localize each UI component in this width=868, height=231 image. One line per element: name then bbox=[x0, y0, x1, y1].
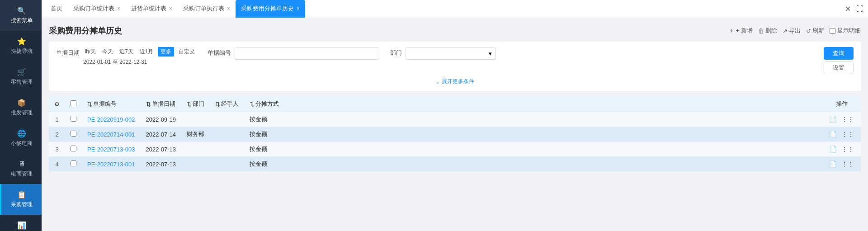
tab-home[interactable]: 首页 bbox=[45, 0, 68, 18]
doc-no-link[interactable]: PE-20220713-001 bbox=[87, 161, 135, 168]
th-alloc-method: ⇅ 分摊方式 bbox=[244, 96, 284, 112]
tab-alloc-history[interactable]: 采购费用分摊单历史 × bbox=[236, 0, 305, 18]
tab-order-exec[interactable]: 采购订单执行表 × bbox=[178, 0, 236, 18]
row-spacer bbox=[284, 142, 822, 157]
refresh-label: 刷新 bbox=[812, 27, 824, 35]
export-label: 导出 bbox=[789, 27, 801, 35]
add-button[interactable]: ＋ + 新增 bbox=[729, 27, 753, 35]
tab-stock-stats-close[interactable]: × bbox=[169, 5, 172, 12]
sidebar-item-inventory[interactable]: 📊 库存核算 bbox=[0, 215, 42, 231]
row-operations: 📄 ⋮⋮ bbox=[822, 157, 861, 172]
refresh-button[interactable]: ↺ 刷新 bbox=[806, 27, 824, 35]
tab-alloc-history-close[interactable]: × bbox=[297, 5, 300, 12]
filter-right-actions: 查询 设置 bbox=[824, 47, 854, 74]
date-btn-yesterday[interactable]: 昨天 bbox=[83, 47, 98, 57]
select-all-checkbox[interactable] bbox=[71, 100, 76, 106]
sidebar-item-ecom[interactable]: 🖥 电商管理 bbox=[0, 154, 42, 184]
row-checkbox-cell bbox=[65, 142, 82, 157]
sidebar: 🔍 搜索菜单 ⭐ 快捷导航 🛒 零售管理 📦 批发管理 🌐 小畅电商 🖥 电商管… bbox=[0, 0, 42, 231]
delete-icon: 🗑 bbox=[758, 28, 764, 34]
delete-button[interactable]: 🗑 删除 bbox=[758, 27, 777, 35]
row-doc-no: PE-20220714-001 bbox=[82, 127, 141, 142]
date-btn-today[interactable]: 今天 bbox=[100, 47, 115, 57]
th-handler-sort-icon: ⇅ bbox=[215, 101, 220, 108]
query-button[interactable]: 查询 bbox=[824, 47, 854, 60]
sidebar-item-retail[interactable]: 🛒 零售管理 bbox=[0, 61, 42, 92]
th-doc-no-label: 单据编号 bbox=[93, 100, 117, 108]
th-date-sort-icon: ⇅ bbox=[146, 101, 151, 108]
date-btn-more[interactable]: 更多 bbox=[158, 47, 174, 57]
row-checkbox-cell bbox=[65, 127, 82, 142]
table-header: ⚙ ⇅ 单据编号 ⇅ bbox=[49, 96, 861, 112]
settings-button[interactable]: 设置 bbox=[824, 61, 854, 74]
close-window-button[interactable]: ✕ bbox=[844, 4, 852, 14]
view-icon[interactable]: 📄 bbox=[829, 146, 837, 153]
row-checkbox-cell bbox=[65, 112, 82, 127]
sidebar-item-label: 采购管理 bbox=[5, 201, 38, 208]
show-detail-checkbox[interactable] bbox=[830, 28, 835, 34]
sidebar-item-nav[interactable]: ⭐ 快捷导航 bbox=[0, 31, 42, 61]
date-filter-label: 单据日期 bbox=[56, 47, 80, 57]
maximize-window-button[interactable]: ⛶ bbox=[855, 4, 864, 14]
th-handler: ⇅ 经手人 bbox=[210, 96, 244, 112]
date-btn-7days[interactable]: 近7天 bbox=[118, 47, 135, 57]
retail-icon: 🛒 bbox=[5, 68, 38, 76]
export-button[interactable]: ↗ 导出 bbox=[783, 27, 801, 35]
tab-purchase-stats[interactable]: 采购订单统计表 × bbox=[68, 0, 126, 18]
row-checkbox[interactable] bbox=[71, 116, 76, 122]
row-handler bbox=[210, 157, 244, 172]
dept-select[interactable]: ▾ bbox=[406, 47, 496, 60]
row-dept: 财务部 bbox=[181, 127, 210, 142]
th-checkbox bbox=[65, 96, 82, 112]
row-checkbox[interactable] bbox=[71, 131, 76, 137]
row-alloc-method: 按金额 bbox=[244, 142, 284, 157]
sidebar-item-label: 电商管理 bbox=[5, 170, 38, 178]
doc-no-link[interactable]: PE-20220919-002 bbox=[87, 116, 135, 123]
doc-no-input[interactable] bbox=[235, 47, 379, 60]
sidebar-item-purchase[interactable]: 📋 采购管理 bbox=[0, 184, 42, 215]
tab-order-exec-close[interactable]: × bbox=[227, 5, 230, 12]
view-icon[interactable]: 📄 bbox=[829, 131, 837, 138]
date-btn-custom[interactable]: 自定义 bbox=[177, 47, 197, 57]
th-operation: 操作 bbox=[822, 96, 861, 112]
sidebar-item-search[interactable]: 🔍 搜索菜单 bbox=[0, 0, 42, 31]
sidebar-item-ecom-small[interactable]: 🌐 小畅电商 bbox=[0, 123, 42, 154]
row-checkbox[interactable] bbox=[71, 160, 76, 166]
th-settings[interactable]: ⚙ bbox=[49, 96, 65, 112]
doc-no-link[interactable]: PE-20220713-003 bbox=[87, 146, 135, 153]
doc-no-link[interactable]: PE-20220714-001 bbox=[87, 131, 135, 138]
table-row: 3 PE-20220713-003 2022-07-13 按金额 bbox=[49, 142, 861, 157]
view-icon[interactable]: 📄 bbox=[829, 116, 837, 123]
row-num: 3 bbox=[49, 142, 65, 157]
row-date: 2022-07-13 bbox=[141, 157, 182, 172]
show-detail-label: 显示明细 bbox=[837, 27, 861, 35]
row-doc-no: PE-20220919-002 bbox=[82, 112, 141, 127]
show-detail-checkbox-label[interactable]: 显示明细 bbox=[830, 27, 861, 35]
view-icon[interactable]: 📄 bbox=[829, 160, 837, 168]
more-ops-icon[interactable]: ⋮⋮ bbox=[841, 146, 854, 153]
row-num: 1 bbox=[49, 112, 65, 127]
row-date: 2022-07-14 bbox=[141, 127, 182, 142]
header-actions: ＋ + 新增 🗑 删除 ↗ 导出 ↺ 刷新 显示明细 bbox=[729, 27, 861, 35]
date-btn-1month[interactable]: 近1月 bbox=[138, 47, 156, 57]
filter-area: 单据日期 昨天 今天 近7天 近1月 更多 自定义 2022-01-01 至 2… bbox=[49, 42, 861, 91]
th-alloc-sort-icon: ⇅ bbox=[250, 101, 255, 108]
row-num: 4 bbox=[49, 157, 65, 172]
row-spacer bbox=[284, 157, 822, 172]
purchase-icon: 📋 bbox=[5, 190, 38, 199]
expand-more-btn[interactable]: ⌄ 展开更多条件 bbox=[56, 78, 854, 85]
row-checkbox[interactable] bbox=[71, 146, 76, 151]
more-ops-icon[interactable]: ⋮⋮ bbox=[841, 160, 854, 168]
row-handler bbox=[210, 112, 244, 127]
tab-stock-stats[interactable]: 进货单统计表 × bbox=[126, 0, 178, 18]
row-checkbox-cell bbox=[65, 157, 82, 172]
sidebar-item-label: 搜索菜单 bbox=[5, 17, 38, 24]
tab-purchase-stats-close[interactable]: × bbox=[117, 5, 120, 12]
sidebar-item-wholesale[interactable]: 📦 批发管理 bbox=[0, 92, 42, 123]
more-ops-icon[interactable]: ⋮⋮ bbox=[841, 131, 854, 138]
ecom-small-icon: 🌐 bbox=[5, 129, 38, 138]
more-ops-icon[interactable]: ⋮⋮ bbox=[841, 116, 854, 123]
nav-icon: ⭐ bbox=[5, 37, 38, 46]
wholesale-icon: 📦 bbox=[5, 99, 38, 107]
expand-chevron-icon: ⌄ bbox=[435, 79, 440, 85]
